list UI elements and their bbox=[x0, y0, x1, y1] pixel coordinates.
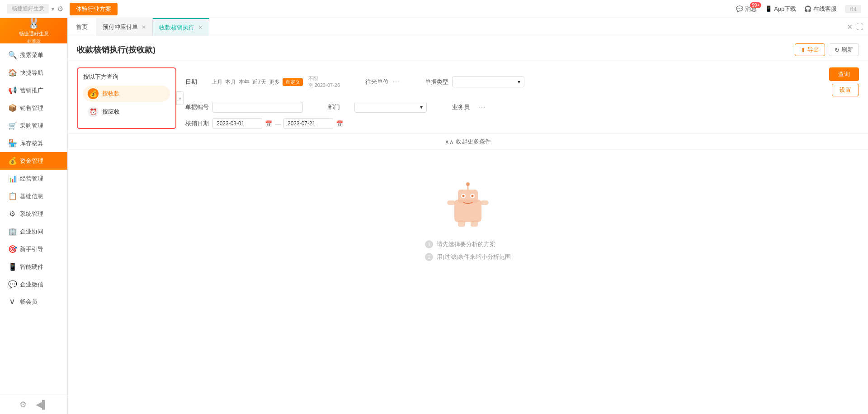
sidebar-item-search[interactable]: 🔍 搜索菜单 bbox=[0, 46, 67, 64]
sidebar-item-label: 系统管理 bbox=[20, 210, 43, 218]
svg-point-7 bbox=[466, 182, 470, 186]
verify-date-end-calendar-icon[interactable]: 📅 bbox=[336, 120, 343, 127]
brand-rabbit-icon: 🐰 bbox=[28, 18, 40, 29]
tab-prepay-close[interactable]: ✕ bbox=[142, 24, 146, 30]
sidebar-item-label: 营销推广 bbox=[20, 86, 43, 95]
app-icon: 📱 bbox=[765, 5, 772, 12]
tab-collect-close[interactable]: ✕ bbox=[198, 24, 203, 31]
date-this-year[interactable]: 本年 bbox=[239, 78, 250, 86]
sidebar-item-basicinfo[interactable]: 📋 基础信息 bbox=[0, 187, 67, 205]
collapse-more-btn[interactable]: ∧∧ 收起更多条件 bbox=[445, 138, 491, 146]
query-button[interactable]: 查询 bbox=[829, 67, 859, 81]
sidebar-item-operation[interactable]: 📊 经营管理 bbox=[0, 170, 67, 187]
brand-version: 标准版 bbox=[27, 38, 41, 44]
sidebar-item-system[interactable]: ⚙ 系统管理 bbox=[0, 205, 67, 223]
sidebar-item-hardware[interactable]: 📱 智能硬件 bbox=[0, 258, 67, 276]
date-to: 至 2023-07-26 bbox=[308, 82, 340, 89]
verify-date-end[interactable] bbox=[283, 118, 333, 129]
tab-close-all-icon[interactable]: ✕ bbox=[847, 23, 853, 31]
sidebar-item-member[interactable]: V 畅会员 bbox=[0, 293, 67, 310]
query-verifydate-field: 核销日期 📅 — 📅 bbox=[185, 118, 343, 129]
empty-tip-2: 2 用[过滤]条件来缩小分析范围 bbox=[425, 253, 510, 261]
sidebar-item-quicknav[interactable]: 🏠 快捷导航 bbox=[0, 64, 67, 81]
sidebar-item-inventory[interactable]: 🏪 库存核算 bbox=[0, 134, 67, 152]
receivable-icon: ⏰ bbox=[88, 106, 99, 117]
topbar-app[interactable]: 📱 App下载 bbox=[765, 5, 796, 13]
enterprise-icon: 🏢 bbox=[8, 227, 16, 236]
collapse-sidebar-icon[interactable]: ◀▌ bbox=[36, 400, 48, 409]
sidebar-item-purchase[interactable]: 🛒 采购管理 bbox=[0, 117, 67, 134]
filter-option-receipt-label: 按收款 bbox=[102, 90, 120, 98]
topbar-msg[interactable]: 💬 消息 99+ bbox=[736, 5, 757, 13]
sidebar-item-label: 资金管理 bbox=[20, 157, 43, 165]
export-button[interactable]: ⬆ 导出 bbox=[795, 43, 825, 56]
export-label: 导出 bbox=[807, 46, 819, 54]
settings-button[interactable]: 设置 bbox=[832, 84, 859, 96]
operation-icon: 📊 bbox=[8, 174, 16, 183]
counterpart-label: 往来单位 bbox=[365, 78, 389, 86]
docno-input[interactable] bbox=[212, 102, 303, 113]
brand-name: 畅捷通好生意 bbox=[19, 30, 49, 37]
tip-num-2: 2 bbox=[425, 253, 433, 261]
dept-select[interactable]: ▾ bbox=[354, 102, 427, 113]
marketing-icon: 📢 bbox=[8, 86, 16, 95]
home-icon: 🏠 bbox=[8, 68, 16, 77]
tab-content-wrapper: 收款核销执行(按收款) ⬆ 导出 ↻ 刷新 bbox=[68, 36, 868, 414]
tab-collect[interactable]: 收款核销执行 ✕ bbox=[153, 18, 209, 36]
svg-rect-1 bbox=[458, 190, 478, 203]
settings-bottom-icon[interactable]: ⚙ bbox=[19, 400, 27, 409]
query-dept-field: 部门 ▾ bbox=[328, 102, 427, 113]
query-counterpart-field: 往来单位 ··· bbox=[365, 78, 400, 86]
date-7days[interactable]: 近7天 bbox=[252, 78, 266, 86]
topbar-arrow-icon[interactable]: ▾ bbox=[52, 6, 54, 12]
sidebar-item-label: 新手引导 bbox=[20, 245, 43, 253]
action-buttons: 查询 设置 bbox=[829, 67, 859, 96]
sidebar-item-sales[interactable]: 📦 销售管理 bbox=[0, 99, 67, 117]
staff-dots-btn[interactable]: ··· bbox=[478, 103, 486, 111]
doctype-select[interactable]: ▾ bbox=[452, 76, 524, 87]
sidebar-item-label: 经营管理 bbox=[20, 175, 43, 183]
counterpart-dots-btn[interactable]: ··· bbox=[392, 78, 400, 86]
tab-prepay[interactable]: 预付冲应付单 ✕ bbox=[96, 18, 153, 36]
filter-option-receipt[interactable]: 💰 按收款 bbox=[83, 86, 170, 102]
topbar-right: 💬 消息 99+ 📱 App下载 🎧 在线客服 Rit bbox=[736, 5, 861, 13]
empty-tip-1: 1 请先选择要分析的方案 bbox=[425, 240, 510, 248]
tab-bar-actions: ✕ ⛶ bbox=[847, 23, 868, 31]
tab-expand-icon[interactable]: ⛶ bbox=[856, 23, 863, 31]
date-last-month[interactable]: 上月 bbox=[212, 78, 222, 86]
sidebar-item-marketing[interactable]: 📢 营销推广 bbox=[0, 81, 67, 99]
topbar-service[interactable]: 🎧 在线客服 bbox=[804, 5, 837, 13]
sidebar-item-wechat[interactable]: 💬 企业微信 bbox=[0, 276, 67, 293]
industry-btn[interactable]: 体验行业方案 bbox=[70, 3, 118, 15]
filter-option-receivable[interactable]: ⏰ 按应收 bbox=[83, 104, 170, 120]
filter-panel: 按以下方查询 💰 按收款 ⏰ 按应收 » bbox=[68, 61, 868, 134]
sidebar-item-guide[interactable]: 🎯 新手引导 bbox=[0, 240, 67, 258]
inventory-icon: 🏪 bbox=[8, 139, 16, 148]
date-custom-tag[interactable]: 自定义 bbox=[283, 78, 303, 86]
refresh-icon: ↻ bbox=[835, 47, 840, 53]
msg-badge: 99+ bbox=[750, 2, 761, 8]
svg-rect-11 bbox=[471, 220, 478, 227]
sidebar-item-label: 销售管理 bbox=[20, 104, 43, 112]
empty-robot-svg bbox=[441, 177, 495, 231]
sidebar-item-finance[interactable]: 💰 资金管理 bbox=[0, 152, 67, 170]
date-more[interactable]: 更多 bbox=[269, 78, 280, 86]
date-this-month[interactable]: 本月 bbox=[225, 78, 236, 86]
tab-home[interactable]: 首页 bbox=[68, 18, 96, 36]
query-form: 日期 上月 本月 本年 近7天 更多 自定义 bbox=[185, 67, 859, 129]
verify-date-start-calendar-icon[interactable]: 📅 bbox=[265, 120, 272, 127]
refresh-button[interactable]: ↻ 刷新 bbox=[829, 43, 859, 56]
verify-date-range: 📅 — 📅 bbox=[212, 118, 343, 129]
receipt-icon: 💰 bbox=[88, 88, 99, 99]
filter-collapse-btn[interactable]: » bbox=[176, 91, 184, 105]
topbar-gear-icon[interactable]: ⚙ bbox=[57, 5, 63, 13]
tip-text-2: 用[过滤]条件来缩小分析范围 bbox=[437, 253, 510, 261]
sidebar-item-enterprise[interactable]: 🏢 企业协同 bbox=[0, 223, 67, 240]
topbar: 畅捷通好生意 ▾ ⚙ 体验行业方案 💬 消息 99+ 📱 App下载 🎧 在线客… bbox=[0, 0, 868, 18]
sidebar-item-label: 畅会员 bbox=[20, 298, 38, 306]
filter-option-receivable-label: 按应收 bbox=[102, 108, 120, 116]
verify-date-start[interactable] bbox=[212, 118, 262, 129]
sidebar-bottom: ⚙ ◀▌ bbox=[0, 395, 67, 414]
query-row-1: 日期 上月 本月 本年 近7天 更多 自定义 bbox=[185, 67, 859, 96]
app-label: App下载 bbox=[774, 5, 796, 13]
